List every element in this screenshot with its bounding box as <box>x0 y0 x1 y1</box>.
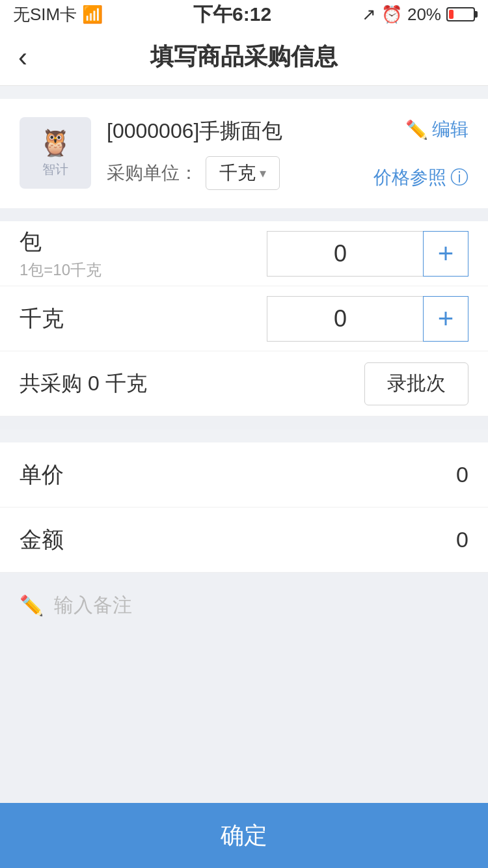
amount-row: 金额 0 <box>0 508 488 573</box>
kg-input-control: + <box>267 296 468 342</box>
chevron-down-icon: ▾ <box>260 165 266 181</box>
unit-label: 采购单位： <box>107 161 198 185</box>
status-bar-time: 下午6:12 <box>193 1 271 28</box>
unit-price-row: 单价 0 <box>0 442 488 508</box>
kg-plus-button[interactable]: + <box>423 296 468 342</box>
product-card: 🦉 智计 [0000006]手撕面包 采购单位： 千克 ▾ ✏️ 编辑 价格参照… <box>0 99 488 208</box>
nav-bar: ‹ 填写商品采购信息 <box>0 29 488 86</box>
status-bar: 无SIM卡 📶 下午6:12 ↗ ⏰ 20% <box>0 0 488 29</box>
section-divider-2 <box>0 416 488 429</box>
battery-percent: 20% <box>407 5 441 25</box>
page-title: 填写商品采购信息 <box>150 41 338 73</box>
summary-text: 共采购 0 千克 <box>20 370 147 398</box>
bag-input-row: 包 1包=10千克 + <box>0 221 488 286</box>
remark-placeholder: 输入备注 <box>54 592 132 619</box>
battery-icon <box>446 7 475 21</box>
location-icon: ↗ <box>362 5 376 25</box>
product-logo-icon: 🦉 <box>39 128 72 158</box>
product-image: 🦉 智计 <box>20 117 91 189</box>
unit-price-label: 单价 <box>20 460 64 490</box>
carrier-text: 无SIM卡 <box>13 3 77 26</box>
battery-fill <box>449 10 454 19</box>
status-bar-left: 无SIM卡 📶 <box>13 3 103 26</box>
bag-label-group: 包 1包=10千克 <box>20 227 102 280</box>
bag-input-control: + <box>267 231 468 277</box>
unit-price-value: 0 <box>456 462 468 487</box>
unit-select[interactable]: 千克 ▾ <box>206 156 280 190</box>
price-ref-button[interactable]: 价格参照 ⓘ <box>373 165 468 190</box>
kg-label: 千克 <box>20 304 64 334</box>
status-bar-right: ↗ ⏰ 20% <box>362 5 475 25</box>
bag-quantity-input[interactable] <box>267 231 423 277</box>
section-divider-1 <box>0 208 488 221</box>
bag-label: 包 <box>20 227 102 257</box>
remark-input-row[interactable]: ✏️ 输入备注 <box>20 592 468 619</box>
remark-section: ✏️ 输入备注 <box>0 573 488 807</box>
info-icon: ⓘ <box>450 165 468 190</box>
bag-plus-button[interactable]: + <box>423 231 468 277</box>
amount-value: 0 <box>456 527 468 552</box>
back-button[interactable]: ‹ <box>18 42 27 73</box>
wifi-icon: 📶 <box>82 5 103 25</box>
batch-button[interactable]: 录批次 <box>364 362 468 405</box>
edit-icon: ✏️ <box>405 119 428 141</box>
price-ref-label: 价格参照 <box>373 165 446 190</box>
price-info-section: 单价 0 金额 0 <box>0 442 488 573</box>
product-logo-text: 智计 <box>42 161 68 178</box>
pencil-icon: ✏️ <box>20 594 44 617</box>
edit-button[interactable]: ✏️ 编辑 <box>405 117 468 142</box>
confirm-label: 确定 <box>221 820 267 852</box>
kg-quantity-input[interactable] <box>267 296 423 342</box>
summary-row: 共采购 0 千克 录批次 <box>0 351 488 416</box>
unit-value: 千克 <box>219 161 256 185</box>
alarm-icon: ⏰ <box>381 5 402 25</box>
confirm-button[interactable]: 确定 <box>0 803 488 868</box>
input-section: 包 1包=10千克 + 千克 + 共采购 0 千克 录批次 <box>0 221 488 416</box>
kg-label-group: 千克 <box>20 304 64 334</box>
kg-input-row: 千克 + <box>0 286 488 351</box>
amount-label: 金额 <box>20 525 64 555</box>
bag-sublabel: 1包=10千克 <box>20 260 102 280</box>
